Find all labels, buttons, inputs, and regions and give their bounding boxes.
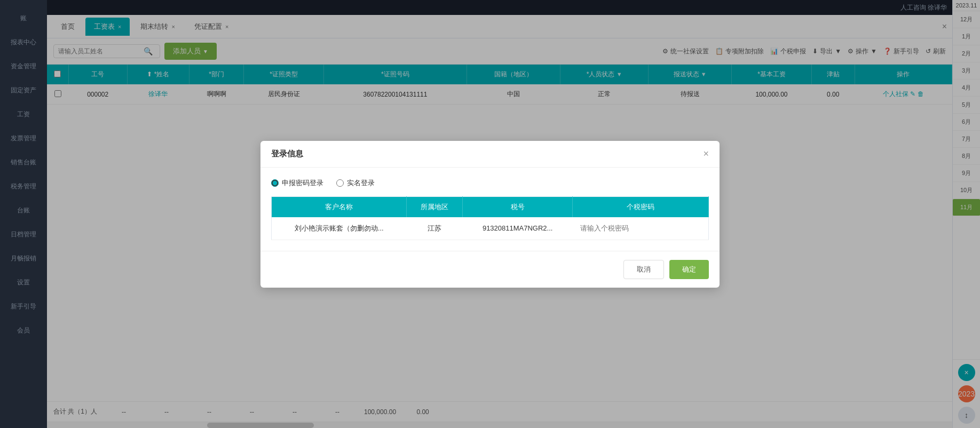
radio-realname-label[interactable]: 实名登录 <box>336 178 375 188</box>
modal-tax-password-input[interactable] <box>580 224 701 232</box>
modal-col-tax-password: 个税密码 <box>573 196 709 217</box>
modal-body: 申报密码登录 实名登录 客户名称 所属地区 税号 个税密码 <box>260 168 720 251</box>
cancel-button[interactable]: 取消 <box>623 260 664 279</box>
modal-client-name: 刘小艳演示账套（勿删勿动... <box>272 217 407 240</box>
modal-header: 登录信息 × <box>260 141 720 168</box>
modal-tax-password-input-cell[interactable] <box>573 217 709 240</box>
modal-col-client-name: 客户名称 <box>272 196 407 217</box>
modal-table-row: 刘小艳演示账套（勿删勿动... 江苏 91320811MA7NGR2... <box>272 217 709 240</box>
modal-title: 登录信息 <box>271 149 303 159</box>
confirm-button[interactable]: 确定 <box>669 260 709 279</box>
radio-realname-input[interactable] <box>336 179 344 187</box>
modal-col-tax-id: 税号 <box>462 196 573 217</box>
modal-table: 客户名称 所属地区 税号 个税密码 刘小艳演示账套（勿删勿动... 江苏 913… <box>271 196 709 240</box>
modal-tax-id: 91320811MA7NGR2... <box>462 217 573 240</box>
modal-close-button[interactable]: × <box>703 148 709 160</box>
modal-footer: 取消 确定 <box>260 251 720 288</box>
modal-overlay: 登录信息 × 申报密码登录 实名登录 客户名称 所属地区 <box>0 0 980 428</box>
login-info-modal: 登录信息 × 申报密码登录 实名登录 客户名称 所属地区 <box>260 141 720 288</box>
modal-col-region: 所属地区 <box>406 196 462 217</box>
radio-password-input[interactable] <box>271 179 279 187</box>
radio-password-label[interactable]: 申报密码登录 <box>271 178 323 188</box>
radio-group: 申报密码登录 实名登录 <box>271 178 709 188</box>
modal-region: 江苏 <box>406 217 462 240</box>
